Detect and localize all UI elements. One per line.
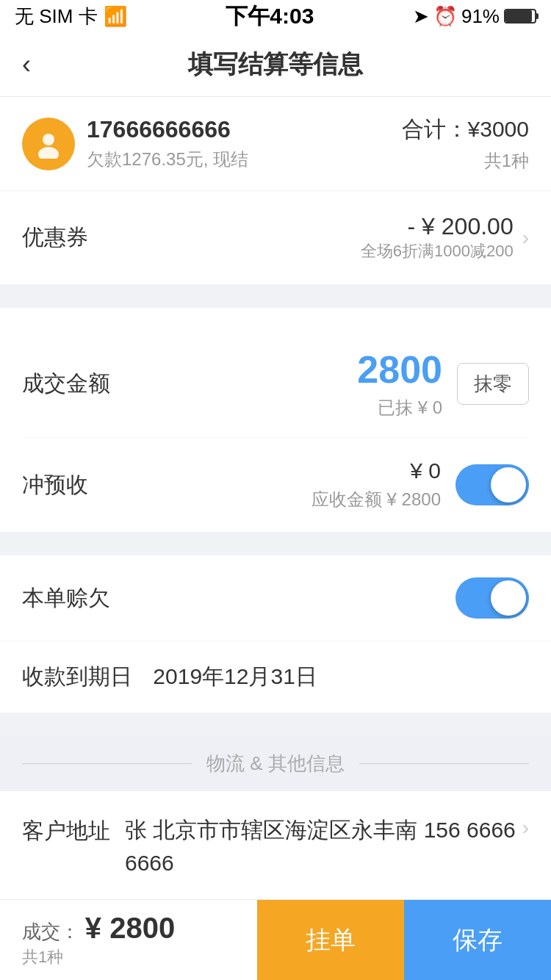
prepay-amount: ¥ 0 应收金额 ¥ 2800	[311, 458, 441, 511]
bottom-deal-amount: ¥ 2800	[85, 912, 175, 944]
prepay-sub: 应收金额 ¥ 2800	[311, 488, 441, 511]
customer-row: 17666666666 欠款1276.35元, 现结 合计：¥3000 共1种	[0, 97, 551, 190]
toggle-knob	[491, 467, 526, 502]
svg-point-1	[38, 147, 59, 159]
location-icon: ➤	[413, 5, 429, 28]
prepay-row: 冲预收 ¥ 0 应收金额 ¥ 2800	[22, 438, 529, 532]
total-amount: 合计：¥3000	[402, 115, 529, 145]
deal-amount-value: 2800	[357, 347, 442, 392]
duedate-label: 收款到期日	[22, 664, 132, 688]
customer-total: 合计：¥3000 共1种	[402, 115, 529, 173]
debt-toggle-knob	[491, 580, 526, 616]
carrier-text: 无 SIM 卡	[15, 4, 98, 29]
divider-line-right	[359, 763, 529, 764]
customer-phone: 17666666666	[87, 116, 248, 143]
coupon-right: - ¥ 200.00 全场6折满1000减200 ›	[361, 213, 529, 262]
svg-point-0	[43, 134, 54, 145]
address-value: 张 北京市市辖区海淀区永丰南 156 6666 6666	[125, 813, 522, 879]
battery-fill	[505, 10, 532, 22]
address-row[interactable]: 客户地址 张 北京市市辖区海淀区永丰南 156 6666 6666 ›	[0, 791, 551, 901]
divider-line-left	[22, 763, 192, 764]
debt-card: 本单赊欠 收款到期日 2019年12月31日	[0, 555, 551, 713]
coupon-label: 优惠券	[22, 223, 88, 253]
customer-card: 17666666666 欠款1276.35元, 现结 合计：¥3000 共1种 …	[0, 97, 551, 284]
prepay-label: 冲预收	[22, 470, 88, 500]
avatar	[22, 118, 75, 170]
customer-debt: 欠款1276.35元, 现结	[87, 148, 248, 171]
amount-sub: 已抹 ¥ 0	[357, 396, 442, 419]
logistics-label: 物流 & 其他信息	[206, 751, 345, 777]
prepay-toggle[interactable]	[455, 464, 529, 505]
status-left: 无 SIM 卡 📶	[15, 4, 127, 29]
deal-amount-right: 2800 已抹 ¥ 0 抹零	[357, 347, 529, 419]
battery-bar	[504, 9, 536, 24]
status-time: 下午4:03	[226, 1, 314, 32]
prepay-value: ¥ 0	[311, 458, 441, 483]
customer-left: 17666666666 欠款1276.35元, 现结	[22, 116, 248, 171]
prepay-right: ¥ 0 应收金额 ¥ 2800	[311, 458, 529, 511]
section-divider-1	[0, 296, 551, 308]
address-label: 客户地址	[22, 813, 110, 846]
duedate-value: 2019年12月31日	[153, 664, 317, 688]
section-divider-2	[0, 544, 551, 555]
deal-amount-label: 成交金额	[22, 369, 110, 399]
bottom-bar: 成交： ¥ 2800 共1种 挂单 保存	[0, 899, 551, 980]
hang-button[interactable]: 挂单	[257, 900, 404, 981]
address-card: 客户地址 张 北京市市辖区海淀区永丰南 156 6666 6666 ›	[0, 791, 551, 901]
logistics-divider: 物流 & 其他信息	[0, 736, 551, 791]
duedate-section: 收款到期日 2019年12月31日	[0, 641, 551, 713]
main-content: 17666666666 欠款1276.35元, 现结 合计：¥3000 共1种 …	[0, 97, 551, 980]
back-button[interactable]: ‹	[22, 49, 66, 80]
round-button[interactable]: 抹零	[457, 363, 529, 405]
debt-label: 本单赊欠	[22, 583, 110, 613]
bottom-deal-label: 成交：	[22, 920, 79, 943]
alarm-icon: ⏰	[433, 5, 457, 28]
status-bar: 无 SIM 卡 📶 下午4:03 ➤ ⏰ 91%	[0, 0, 551, 32]
coupon-description: 全场6折满1000减200	[361, 240, 514, 262]
coupon-arrow-icon: ›	[522, 226, 529, 250]
bottom-deal-row: 成交： ¥ 2800	[22, 912, 235, 945]
debt-toggle[interactable]	[455, 577, 529, 619]
address-arrow-icon: ›	[522, 813, 529, 840]
coupon-discount: - ¥ 200.00	[361, 213, 514, 240]
section-divider-3	[0, 724, 551, 736]
status-right: ➤ ⏰ 91%	[413, 5, 536, 28]
amount-section: 成交金额 2800 已抹 ¥ 0 抹零 冲预收 ¥ 0 应收金额 ¥ 2800	[0, 308, 551, 532]
debt-section: 本单赊欠	[0, 555, 551, 641]
bottom-count: 共1种	[22, 946, 235, 968]
total-count: 共1种	[402, 149, 529, 173]
nav-bar: ‹ 填写结算等信息	[0, 32, 551, 97]
deal-amount-row: 成交金额 2800 已抹 ¥ 0 抹零	[22, 330, 529, 438]
customer-info: 17666666666 欠款1276.35元, 现结	[87, 116, 248, 171]
save-button[interactable]: 保存	[404, 900, 551, 981]
coupon-row[interactable]: 优惠券 - ¥ 200.00 全场6折满1000减200 ›	[0, 190, 551, 284]
wifi-icon: 📶	[104, 5, 127, 28]
page-title: 填写结算等信息	[188, 48, 363, 82]
battery-percent: 91%	[461, 5, 500, 28]
bottom-info: 成交： ¥ 2800 共1种	[0, 912, 257, 968]
